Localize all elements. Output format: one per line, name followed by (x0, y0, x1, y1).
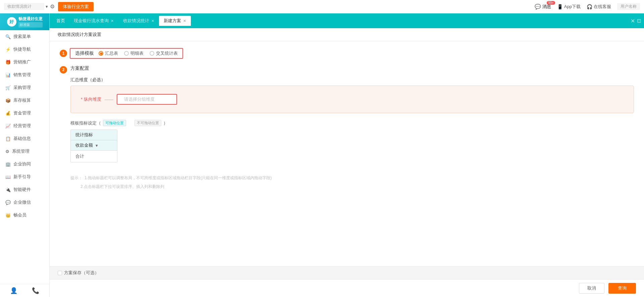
logo-edition: 标准版 (18, 22, 43, 28)
radio-option-detail[interactable]: 明细表 (124, 50, 144, 56)
sidebar-item-label: 企业微信 (13, 199, 31, 205)
tab-maximize-button[interactable]: ⊡ (637, 18, 641, 24)
sidebar-item-label: 基础信息 (13, 136, 31, 142)
sidebar-item-label: 采购管理 (13, 85, 31, 91)
query-button[interactable]: 查询 (608, 283, 636, 294)
notification-count: 99+ (547, 1, 555, 5)
save-checkbox[interactable] (58, 271, 62, 275)
wechat-icon: 💬 (5, 200, 11, 205)
sidebar-item-label: 销售管理 (13, 72, 31, 78)
tips-line2: 2.点击标题栏下拉可设置排序、插入列和删除列 (80, 182, 164, 191)
tab-new-plan[interactable]: 新建方案 ✕ (159, 16, 191, 26)
sidebar-item-label: 资金管理 (13, 110, 31, 116)
sidebar-item-system[interactable]: ⚙ 系统管理 (0, 145, 49, 158)
user-info: 用户名称 (617, 3, 640, 10)
step2-label: 方案配置 (70, 65, 89, 71)
sidebar-item-hardware[interactable]: 🔌 智能硬件 (0, 183, 49, 196)
tips-title: 提示： (70, 174, 83, 182)
radio-option-summary[interactable]: 汇总表 (99, 50, 118, 56)
tab-minimize-button[interactable]: ✕ (631, 18, 635, 24)
breadcrumb-text: 收款情况统计 (4, 3, 44, 10)
sidebar-item-label: 经营管理 (13, 123, 31, 129)
save-label-text: 方案保存（可选） (64, 270, 99, 276)
online-support[interactable]: 🎧 在线客服 (587, 4, 611, 10)
marketing-icon: 🎁 (5, 60, 11, 65)
cancel-button[interactable]: 取消 (579, 283, 604, 294)
sidebar-item-label: 营销推广 (13, 59, 31, 65)
sidebar-item-marketing[interactable]: 🎁 营销推广 (0, 56, 49, 68)
sidebar-logo: 好 畅捷通好生意 标准版 (0, 13, 49, 30)
sidebar-item-wechat[interactable]: 💬 企业微信 (0, 196, 49, 209)
system-icon: ⚙ (5, 149, 9, 154)
draggable-tag: 可拖动位置 (103, 120, 126, 126)
sidebar-item-label: 畅会员 (13, 212, 26, 218)
step1-number: 1 (60, 50, 67, 57)
cooperation-icon: 🏢 (5, 162, 11, 167)
notification-area[interactable]: 💬 99+ 消息 (535, 4, 551, 10)
sidebar-item-label: 快捷导航 (13, 46, 31, 52)
sales-icon: 📊 (5, 72, 11, 78)
sidebar-item-basic-info[interactable]: 📋 基础信息 (0, 132, 49, 145)
radio-summary-circle (99, 51, 103, 56)
sidebar-item-label: 系统管理 (12, 148, 30, 154)
sidebar-item-member[interactable]: 👑 畅会员 (0, 209, 49, 221)
radio-option-crosstab[interactable]: 交叉统计表 (150, 50, 178, 56)
guide-icon: 📖 (5, 175, 11, 180)
tab-new-plan-label: 新建方案 (164, 18, 181, 24)
sidebar-item-guide[interactable]: 📖 新手引导 (0, 170, 49, 183)
radio-detail-circle (124, 51, 129, 56)
sidebar-item-label: 搜索菜单 (13, 34, 31, 40)
settings-icon[interactable]: ⚙ (50, 3, 55, 10)
tab-cashflow-close[interactable]: ✕ (111, 19, 114, 23)
tab-cashflow[interactable]: 现金银行流水查询 ✕ (69, 16, 118, 26)
sidebar-item-label: 新手引导 (13, 174, 31, 180)
nav-icon: ⚡ (5, 47, 11, 52)
sidebar-item-management[interactable]: 📈 经营管理 (0, 119, 49, 132)
trial-button[interactable]: 体验行业方案 (58, 2, 94, 11)
metrics-col1-label: 收款金额 (75, 142, 93, 148)
radio-summary-label: 汇总表 (105, 50, 118, 56)
non-draggable-tag: 不可拖动位置 (135, 120, 161, 126)
sidebar-footer-icon2[interactable]: 📞 (32, 287, 39, 294)
tab-new-plan-close[interactable]: ✕ (183, 19, 186, 23)
tab-home[interactable]: 首页 (52, 16, 69, 26)
metrics-table-header-row[interactable]: 统计指标 (71, 130, 117, 140)
sidebar-item-label: 智能硬件 (13, 187, 31, 193)
sidebar-item-label: 库存核算 (13, 97, 31, 103)
sidebar-footer-icon1[interactable]: 👤 (10, 287, 17, 294)
search-icon: 🔍 (5, 34, 11, 39)
radio-crosstab-label: 交叉统计表 (156, 50, 178, 56)
metrics-col1-header[interactable]: 收款金额 ▾ (71, 140, 117, 151)
tab-receipts[interactable]: 收款情况统计 ✕ (118, 16, 159, 26)
sidebar-item-inventory[interactable]: 📦 库存核算 (0, 94, 49, 107)
tab-receipts-close[interactable]: ✕ (151, 19, 154, 23)
sidebar-item-label: 企业协同 (13, 161, 31, 167)
arrow-icon: —— (105, 97, 113, 102)
radio-crosstab-circle (150, 51, 154, 56)
radio-detail-label: 明细表 (130, 50, 144, 56)
section-header: 收款情况统计方案设置 (50, 28, 644, 41)
app-download[interactable]: 📱 App下载 (557, 4, 581, 10)
tab-receipts-label: 收款情况统计 (123, 18, 149, 24)
dimension-section-label: 汇总维度（必选） (70, 77, 634, 83)
vertical-dim-label: * 纵向维度 (81, 96, 101, 102)
dropdown-icon[interactable]: ▾ (46, 4, 48, 9)
sidebar-item-finance[interactable]: 💰 资金管理 (0, 107, 49, 119)
purchase-icon: 🛒 (5, 85, 11, 90)
app-download-label: App下载 (564, 4, 581, 10)
metrics-table: 统计指标 收款金额 ▾ 合计 (70, 130, 117, 162)
step2-number: 2 (60, 66, 67, 73)
sidebar-item-nav[interactable]: ⚡ 快捷导航 (0, 43, 49, 56)
finance-icon: 💰 (5, 111, 11, 116)
metrics-section-label: 模板指标设定（ 可拖动位置 不可拖动位置 ） (70, 120, 634, 126)
save-checkbox-label[interactable]: 方案保存（可选） (58, 270, 636, 276)
dimension-select-input[interactable]: 请选择分组维度 (117, 94, 177, 105)
metrics-col1-cell: 合计 (71, 151, 117, 162)
tips-area: 提示： 1.拖动标题栏可以调整布局，不可跨维度或指标区域拖动栏目字段(只能在同一… (70, 174, 634, 191)
hardware-icon: 🔌 (5, 187, 11, 192)
sidebar-item-search[interactable]: 🔍 搜索菜单 (0, 30, 49, 43)
sidebar-item-sales[interactable]: 📊 销售管理 (0, 68, 49, 81)
sidebar-item-purchase[interactable]: 🛒 采购管理 (0, 81, 49, 94)
sidebar-item-cooperation[interactable]: 🏢 企业协同 (0, 158, 49, 170)
online-support-label: 在线客服 (594, 4, 611, 10)
